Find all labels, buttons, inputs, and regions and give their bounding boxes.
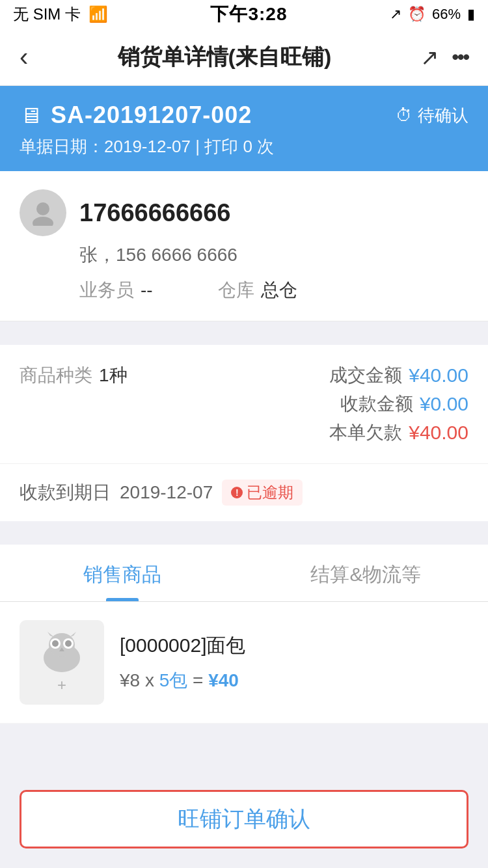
print-suffix: 次 [257,137,274,156]
more-button[interactable]: ••• [452,46,468,68]
order-id: SA-20191207-002 [51,102,252,129]
tab-settlement-label: 结算&物流等 [310,563,421,585]
product-info: [0000002]面包 ¥8 x 5包 = ¥40 [120,632,468,693]
nav-bar: ‹ 销货单详情(来自旺铺) ↗︎ ••• [0,29,488,86]
status-bar: 无 SIM 卡 📶 下午3:28 ↗ ⏰ 66% ▮ [0,0,488,29]
nav-actions: ↗︎ ••• [420,44,468,70]
print-label: | 打印 [195,137,238,156]
due-date-label: 收款到期日 [20,480,111,505]
customer-card: 17666666666 张，156 6666 6666 业务员 -- 仓库 总仓 [0,171,488,321]
overdue-badge: ! 已逾期 [222,480,303,506]
product-total: ¥40 [208,670,239,690]
salesperson-label: 业务员 [79,278,134,303]
alarm-icon: ⏰ [408,6,426,23]
order-date-value: 2019-12-07 [104,137,191,156]
divider-1 [0,321,488,333]
deal-amount-label: 成交金额 [329,363,402,388]
battery-icon: ▮ [467,6,475,23]
page-title: 销货单详情(来自旺铺) [118,42,332,72]
product-price: ¥8 [120,670,140,690]
customer-name: 张，156 6666 6666 [20,243,468,267]
status-right: ↗ ⏰ 66% ▮ [390,6,475,23]
svg-point-7 [65,640,72,647]
received-amount-label: 收款金额 [340,392,413,416]
confirm-btn-container: 旺铺订单确认 [0,777,488,868]
tabs-container: 销售商品 结算&物流等 [0,545,488,602]
location-icon: ↗ [390,6,401,23]
product-qty: 5包 [159,670,188,690]
owed-amount-label: 本单欠款 [329,420,402,445]
svg-point-0 [36,202,49,215]
svg-point-1 [33,217,53,226]
deal-amount-value: ¥40.00 [409,364,468,387]
wifi-icon: 📶 [88,5,108,23]
brand-plus: + [57,676,66,694]
salesperson-value: -- [141,280,153,301]
tab-settlement[interactable]: 结算&物流等 [244,545,488,601]
tab-sales-products[interactable]: 销售商品 [0,545,244,601]
status-text: 待确认 [418,104,468,127]
owed-amount-value: ¥40.00 [409,422,468,444]
avatar [20,189,66,236]
svg-point-6 [52,640,59,647]
customer-phone: 17666666666 [79,199,230,227]
back-button[interactable]: ‹ [20,42,28,72]
overdue-icon: ! [231,487,243,498]
battery-text: 66% [432,6,461,23]
status-left: 无 SIM 卡 📶 [13,4,108,25]
warehouse-label: 仓库 [218,278,254,303]
due-date-value: 2019-12-07 [120,482,213,503]
overdue-text: 已逾期 [247,482,293,503]
status-clock-icon: ⏱ [396,105,413,126]
carrier-text: 无 SIM 卡 [13,4,81,25]
confirm-order-button[interactable]: 旺铺订单确认 [20,790,468,848]
due-date-row: 收款到期日 2019-12-07 ! 已逾期 [0,463,488,521]
status-time: 下午3:28 [210,2,287,27]
equals-sign: = [193,670,208,690]
order-header-card: 🖥 SA-20191207-002 ⏱ 待确认 单据日期：2019-12-07 … [0,86,488,171]
confirm-btn-label: 旺铺订单确认 [178,804,310,834]
product-type-value: 1种 [99,363,128,388]
product-type-label: 商品种类 [20,363,92,388]
warehouse-value: 总仓 [261,278,297,303]
order-type-icon: 🖥 [20,103,42,128]
share-button[interactable]: ↗︎ [420,44,439,70]
print-count: 0 [243,137,252,156]
product-thumbnail: + [20,620,104,705]
customer-meta: 业务员 -- 仓库 总仓 [20,278,468,303]
received-amount-value: ¥0.00 [420,393,468,415]
order-date-row: 单据日期：2019-12-07 | 打印 0 次 [20,135,468,158]
divider-2 [0,521,488,533]
multiply-sign: x [145,670,159,690]
tab-sales-label: 销售商品 [83,563,161,585]
product-name: [0000002]面包 [120,632,468,659]
order-status: ⏱ 待确认 [396,104,468,127]
product-list: + [0000002]面包 ¥8 x 5包 = ¥40 [0,602,488,724]
date-label: 单据日期： [20,137,104,156]
product-item: + [0000002]面包 ¥8 x 5包 = ¥40 [0,602,488,724]
product-calculation: ¥8 x 5包 = ¥40 [120,668,468,693]
summary-card: 商品种类 1种 成交金额 ¥40.00 收款金额 ¥0.00 本单欠款 ¥40.… [0,345,488,463]
amount-summary: 成交金额 ¥40.00 收款金额 ¥0.00 本单欠款 ¥40.00 [329,363,468,445]
